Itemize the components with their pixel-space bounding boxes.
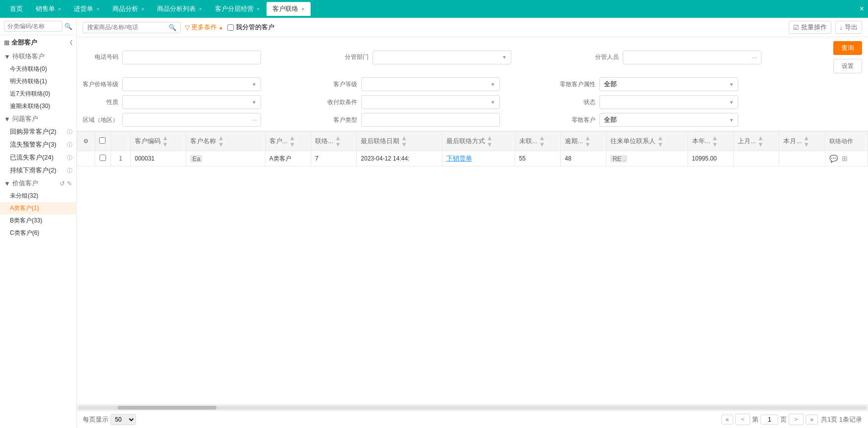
grid-action-icon[interactable]: ⊞ bbox=[842, 155, 848, 162]
col-action: 联络动作 bbox=[825, 132, 868, 151]
page-number-input[interactable] bbox=[760, 415, 778, 425]
tab-product-analysis[interactable]: 商品分析 × bbox=[107, 2, 150, 16]
top-nav: 首页 销售单 × 进货单 × 商品分析 × 商品分析列表 × 客户分层经营 × … bbox=[0, 0, 868, 18]
col-checkbox-header[interactable] bbox=[95, 132, 111, 151]
col-unit-contact[interactable]: 往来单位联系人 ▲▼ bbox=[606, 132, 688, 151]
status-select[interactable]: ▼ bbox=[599, 95, 738, 109]
edit-icon[interactable]: ✎ bbox=[67, 180, 72, 187]
sidebar-item-declining[interactable]: 持续下滑客户(2) ⓘ bbox=[0, 164, 76, 177]
last-method-link[interactable]: 下销货单 bbox=[446, 155, 472, 162]
sidebar-item-churned[interactable]: 已流失客户(24) ⓘ bbox=[0, 151, 76, 164]
info-icon-2: ⓘ bbox=[67, 141, 72, 149]
tab-purchase[interactable]: 进货单 × bbox=[68, 2, 105, 16]
phone-input[interactable] bbox=[122, 51, 261, 64]
tab-customer-contact[interactable]: 客户联络 × bbox=[267, 2, 310, 16]
chat-icon[interactable]: 💬 bbox=[829, 155, 838, 162]
sidebar-item-repurchase-abnormal[interactable]: 回购异常客户(2) ⓘ bbox=[0, 125, 76, 138]
retail-attr-arrow: ▼ bbox=[729, 82, 734, 87]
sidebar-item-7days[interactable]: 近7天待联络(0) bbox=[0, 88, 76, 100]
page-size-select[interactable]: 50 100 200 bbox=[110, 414, 136, 425]
filter-more-button[interactable]: ▽ 更多条件 ▲ bbox=[185, 23, 223, 32]
tab-product-analysis-list-close[interactable]: × bbox=[199, 6, 202, 12]
query-button[interactable]: 查询 bbox=[833, 41, 862, 55]
region-select[interactable]: ··· bbox=[122, 113, 261, 127]
tab-sales-close[interactable]: × bbox=[58, 6, 61, 12]
my-customers-checkbox[interactable] bbox=[227, 24, 234, 31]
next-page-button[interactable]: ＞ bbox=[789, 414, 804, 425]
filter-region: 区域（地区） ··· bbox=[83, 113, 316, 127]
price-level-select[interactable]: ▼ bbox=[122, 77, 261, 91]
tab-product-analysis-close[interactable]: × bbox=[141, 6, 144, 12]
retail-attr-select[interactable]: 全部 ▼ bbox=[599, 77, 738, 91]
filter-search-icon[interactable]: 🔍 bbox=[168, 24, 176, 31]
scroll-thumb[interactable] bbox=[117, 406, 217, 410]
filter-search-input[interactable] bbox=[87, 24, 166, 31]
sidebar-search-input[interactable] bbox=[4, 21, 62, 32]
prev-page-button[interactable]: ＜ bbox=[735, 414, 750, 425]
col-uncontacted[interactable]: 未联... ▲▼ bbox=[515, 132, 560, 151]
sort-type-icon: ▲▼ bbox=[289, 135, 295, 148]
row-last-method[interactable]: 下销货单 bbox=[442, 151, 515, 166]
horizontal-scrollbar[interactable] bbox=[77, 404, 868, 410]
col-gear[interactable]: ⚙ bbox=[77, 132, 95, 151]
col-overdue[interactable]: 逾期... ▲▼ bbox=[561, 132, 606, 151]
nav-close-all[interactable]: × bbox=[860, 4, 864, 13]
batch-op-button[interactable]: ☑ 批量操作 bbox=[789, 21, 831, 34]
sidebar-item-ungraded[interactable]: 未分组(32) bbox=[0, 190, 76, 202]
col-this-month[interactable]: 本月... ▲▼ bbox=[779, 132, 825, 151]
retail-customer-select[interactable]: 全部 ▼ bbox=[599, 113, 738, 127]
last-page-button[interactable]: » bbox=[806, 415, 818, 425]
col-last-method[interactable]: 最后联络方式 ▲▼ bbox=[442, 132, 515, 151]
col-contact[interactable]: 联络... ▲▼ bbox=[311, 132, 356, 151]
customer-level-select[interactable]: ▼ bbox=[361, 77, 500, 91]
first-page-button[interactable]: « bbox=[721, 415, 734, 425]
tab-sales[interactable]: 销售单 × bbox=[30, 2, 67, 16]
sidebar-item-churn-warning[interactable]: 流失预警客户(3) ⓘ bbox=[0, 138, 76, 151]
sidebar-item-overdue[interactable]: 逾期未联络(30) bbox=[0, 100, 76, 112]
sidebar-item-c-class[interactable]: C类客户(6) bbox=[0, 227, 76, 239]
tab-home[interactable]: 首页 bbox=[4, 2, 29, 16]
customer-type-input[interactable] bbox=[361, 113, 500, 127]
tab-customer-segment-close[interactable]: × bbox=[257, 6, 260, 12]
sidebar-group-pending[interactable]: ▼ 待联络客户 bbox=[0, 50, 76, 63]
collapse-icon[interactable]: 《 bbox=[67, 39, 72, 47]
col-last-month[interactable]: 上月... ▲▼ bbox=[733, 132, 779, 151]
export-button[interactable]: ↓ 导出 bbox=[835, 21, 863, 34]
refresh-icon[interactable]: ↺ bbox=[59, 180, 65, 187]
sort-method-icon: ▲▼ bbox=[487, 135, 493, 148]
filter-actions: ☑ 批量操作 ↓ 导出 bbox=[789, 21, 863, 34]
tab-product-analysis-list[interactable]: 商品分析列表 × bbox=[151, 2, 208, 16]
col-name[interactable]: 客户名称 ▲▼ bbox=[186, 132, 265, 151]
row-unit-contact: RE . bbox=[606, 151, 688, 166]
filter-row-2: 客户价格等级 ▼ 客户等级 ▼ 零散客户属性 bbox=[83, 77, 862, 91]
nature-select[interactable]: ▼ bbox=[122, 95, 261, 109]
person-select[interactable]: ··· bbox=[623, 51, 761, 64]
tab-customer-segment[interactable]: 客户分层经营 × bbox=[209, 2, 266, 16]
row-gear bbox=[77, 151, 95, 166]
setting-button[interactable]: 设置 bbox=[833, 59, 862, 73]
sidebar-item-b-class[interactable]: B类客户(33) bbox=[0, 214, 76, 227]
pending-arrow: ▼ bbox=[4, 53, 10, 60]
dept-select[interactable]: ▼ bbox=[373, 51, 511, 64]
select-all-checkbox[interactable] bbox=[99, 137, 106, 144]
sidebar-item-today[interactable]: 今天待联络(0) bbox=[0, 63, 76, 75]
tab-purchase-close[interactable]: × bbox=[96, 6, 99, 12]
sidebar-all-customers[interactable]: ⊞ 全部客户 《 bbox=[0, 35, 76, 50]
col-type[interactable]: 客户... ▲▼ bbox=[265, 132, 311, 151]
export-icon: ↓ bbox=[840, 24, 843, 31]
col-code[interactable]: 客户编码 ▲▼ bbox=[131, 132, 186, 151]
payment-select[interactable]: ▼ bbox=[361, 95, 500, 109]
row-checkbox[interactable] bbox=[100, 155, 106, 161]
filter-person: 分管人员 ··· bbox=[583, 51, 827, 64]
sidebar-search-button[interactable]: 🔍 bbox=[64, 23, 72, 30]
sidebar-item-tomorrow[interactable]: 明天待联络(1) bbox=[0, 75, 76, 88]
col-last-date[interactable]: 最后联络日期 ▲▼ bbox=[357, 132, 442, 151]
col-this-year[interactable]: 本年... ▲▼ bbox=[688, 132, 733, 151]
sidebar-item-a-class[interactable]: A类客户(1) bbox=[0, 202, 76, 214]
dept-arrow: ▼ bbox=[502, 54, 507, 60]
sidebar-group-problem[interactable]: ▼ 问题客户 bbox=[0, 112, 76, 125]
sort-code-icon: ▲▼ bbox=[162, 135, 168, 148]
tab-customer-contact-close[interactable]: × bbox=[301, 6, 304, 12]
my-customers-checkbox-label[interactable]: 我分管的客户 bbox=[227, 23, 274, 32]
sidebar-group-value[interactable]: ▼ 价值客户 ↺ ✎ bbox=[0, 177, 76, 190]
